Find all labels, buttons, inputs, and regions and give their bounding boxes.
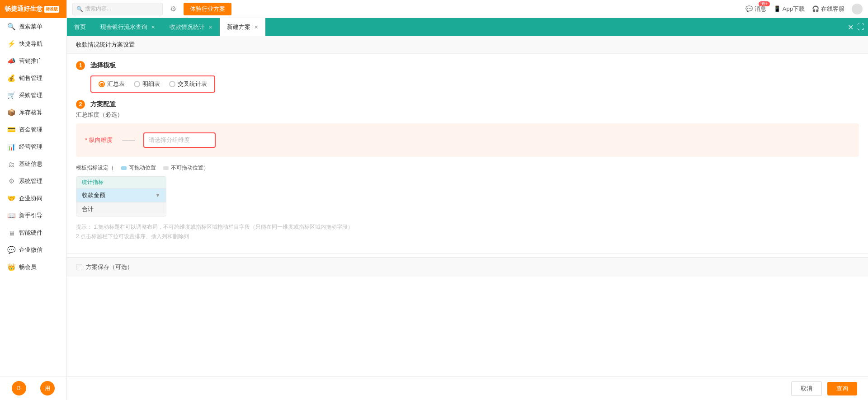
- user-avatar: [852, 4, 863, 14]
- tab-close-all-icon[interactable]: ✕: [848, 23, 854, 32]
- metrics-category: 统计指标: [76, 177, 166, 188]
- cancel-button[interactable]: 取消: [791, 381, 822, 396]
- sidebar-icon: ⚙: [7, 177, 15, 185]
- dimension-row: * 纵向维度 —— 请选择分组维度: [85, 132, 850, 148]
- page-area: 收款情况统计方案设置 1 选择模板 汇总表 明细表: [67, 36, 868, 376]
- hint1: 提示： 1.拖动标题栏可以调整布局，不可跨维度或指标区域拖动栏目字段（只能在同一…: [76, 223, 859, 231]
- sidebar-item-系统管理[interactable]: ⚙系统管理: [0, 173, 66, 190]
- save-option: 方案保存（可选）: [67, 257, 868, 277]
- sidebar-avatar2[interactable]: 用: [40, 381, 55, 395]
- dimension-area: * 纵向维度 —— 请选择分组维度: [76, 123, 859, 157]
- radio-cross-label: 交叉统计表: [178, 80, 207, 88]
- sidebar-label: 库存核算: [19, 108, 42, 117]
- page-title: 收款情况统计方案设置: [76, 41, 135, 48]
- sidebar-label: 企业协同: [19, 194, 42, 202]
- tab-actions: ✕ ⛶: [848, 23, 868, 32]
- service-label: 在线客服: [821, 5, 844, 13]
- tab-cashflow-close[interactable]: ✕: [151, 24, 155, 30]
- save-checkbox[interactable]: [76, 264, 82, 270]
- radio-cross[interactable]: 交叉统计表: [169, 80, 207, 88]
- legend-fixed: 不可拖动位置）: [163, 164, 209, 172]
- sidebar-item-基础信息[interactable]: 🗂基础信息: [0, 155, 66, 173]
- radio-summary-circle: [99, 81, 105, 87]
- chat-icon: 💬: [745, 5, 753, 12]
- topbar-right: 💬 消息 99+ 📱 App下载 🎧 在线客服: [745, 4, 863, 14]
- metrics-legend: 模板指标设定（ 可拖动位置 不可拖动位置）: [76, 164, 859, 172]
- metrics-total-label: 合计: [82, 205, 94, 213]
- sidebar-item-搜索菜单[interactable]: 🔍搜索菜单: [0, 18, 66, 35]
- sidebar-item-销售管理[interactable]: 💰销售管理: [0, 70, 66, 87]
- download-icon: 📱: [774, 5, 781, 12]
- sidebar-item-库存核算[interactable]: 📦库存核算: [0, 104, 66, 121]
- step1-num: 1: [76, 61, 85, 70]
- tab-receipts-close[interactable]: ✕: [208, 24, 212, 30]
- legend-movable-dot: [121, 166, 127, 170]
- sidebar-avatar1[interactable]: B: [12, 381, 26, 395]
- tab-cashflow[interactable]: 现金银行流水查询 ✕: [93, 18, 162, 36]
- sidebar-item-资金管理[interactable]: 💳资金管理: [0, 121, 66, 138]
- sidebar-item-经营管理[interactable]: 📊经营管理: [0, 138, 66, 155]
- arrow-icon: ——: [123, 136, 135, 144]
- tab-receipts-label: 收款情况统计: [170, 23, 205, 31]
- sidebar-icon: 💳: [7, 126, 15, 134]
- tab-newplan[interactable]: 新建方案 ✕: [220, 18, 265, 36]
- plan-config: 汇总维度（必选） * 纵向维度 —— 请选择分组维度 模板指标设定（: [67, 111, 868, 249]
- metrics-table: 统计指标 收款金额 ▼ 合计: [76, 176, 166, 216]
- legend-movable: 可拖动位置: [121, 164, 156, 172]
- sidebar-icon: 📊: [7, 143, 15, 151]
- notif-badge: 99+: [759, 1, 770, 6]
- dimension-title: 汇总维度（必选）: [76, 111, 859, 119]
- trial-button[interactable]: 体验行业方案: [184, 3, 231, 15]
- sidebar-icon: 🔍: [7, 23, 15, 31]
- sidebar-icon: ⚡: [7, 40, 15, 48]
- sidebar-icon: 🗂: [7, 160, 15, 168]
- radio-detail[interactable]: 明细表: [134, 80, 160, 88]
- download-label: App下载: [783, 5, 805, 13]
- sidebar-icon: 🤝: [7, 194, 15, 202]
- hint-area: 提示： 1.拖动标题栏可以调整布局，不可跨维度或指标区域拖动栏目字段（只能在同一…: [76, 223, 859, 240]
- step2-title: 方案配置: [90, 100, 116, 108]
- settings-icon[interactable]: ⚙: [170, 5, 176, 13]
- dimension-select[interactable]: 请选择分组维度: [143, 132, 216, 148]
- search-icon: 🔍: [76, 6, 83, 12]
- radio-detail-circle: [134, 81, 140, 87]
- footer: 取消 查询: [67, 376, 868, 400]
- sidebar-item-营销推广[interactable]: 📣营销推广: [0, 52, 66, 70]
- download-area[interactable]: 📱 App下载: [774, 5, 805, 13]
- user-area[interactable]: [852, 4, 863, 14]
- hint2: 2.点击标题栏下拉可设置排序、插入列和删除列: [76, 233, 859, 240]
- tab-home[interactable]: 首页: [67, 18, 93, 36]
- tab-newplan-close[interactable]: ✕: [254, 24, 258, 30]
- template-select-box: 汇总表 明细表 交叉统计表: [90, 75, 215, 93]
- sidebar-item-采购管理[interactable]: 🛒采购管理: [0, 87, 66, 104]
- sidebar-item-快捷导航[interactable]: ⚡快捷导航: [0, 35, 66, 52]
- radio-detail-label: 明细表: [142, 80, 160, 88]
- notification-area[interactable]: 💬 消息 99+: [745, 5, 766, 13]
- sidebar-item-新手引导[interactable]: 📖新手引导: [0, 207, 66, 224]
- sidebar-label: 畅会员: [19, 263, 37, 271]
- metrics-amount-label: 收款金额: [82, 191, 105, 199]
- tab-receipts[interactable]: 收款情况统计 ✕: [162, 18, 220, 36]
- sidebar-icon: 📣: [7, 57, 15, 65]
- tab-cashflow-label: 现金银行流水查询: [100, 23, 147, 31]
- service-icon: 🎧: [812, 5, 819, 12]
- sidebar-item-企业协同[interactable]: 🤝企业协同: [0, 190, 66, 207]
- sidebar-icon: 🛒: [7, 91, 15, 99]
- metrics-row-amount: 收款金额 ▼: [76, 188, 166, 202]
- sidebar-icon: 👑: [7, 263, 15, 271]
- dimension-placeholder: 请选择分组维度: [149, 136, 190, 144]
- tab-home-label: 首页: [74, 23, 86, 31]
- service-area[interactable]: 🎧 在线客服: [812, 5, 844, 13]
- sidebar-item-畅会员[interactable]: 👑畅会员: [0, 259, 66, 276]
- metrics-dropdown-icon[interactable]: ▼: [155, 192, 160, 198]
- sidebar-icon: 🖥: [7, 229, 15, 237]
- radio-cross-circle: [169, 81, 175, 87]
- app-logo: 畅捷通好生意 标准版: [0, 0, 66, 18]
- search-box[interactable]: 🔍 搜索内容...: [72, 3, 163, 15]
- radio-summary[interactable]: 汇总表: [99, 80, 125, 88]
- sidebar-item-企业微信[interactable]: 💬企业微信: [0, 241, 66, 259]
- query-button[interactable]: 查询: [827, 382, 857, 395]
- tab-bar: 首页 现金银行流水查询 ✕ 收款情况统计 ✕ 新建方案 ✕ ✕ ⛶: [67, 18, 868, 36]
- tab-expand-icon[interactable]: ⛶: [857, 23, 864, 31]
- sidebar-item-智能硬件[interactable]: 🖥智能硬件: [0, 224, 66, 241]
